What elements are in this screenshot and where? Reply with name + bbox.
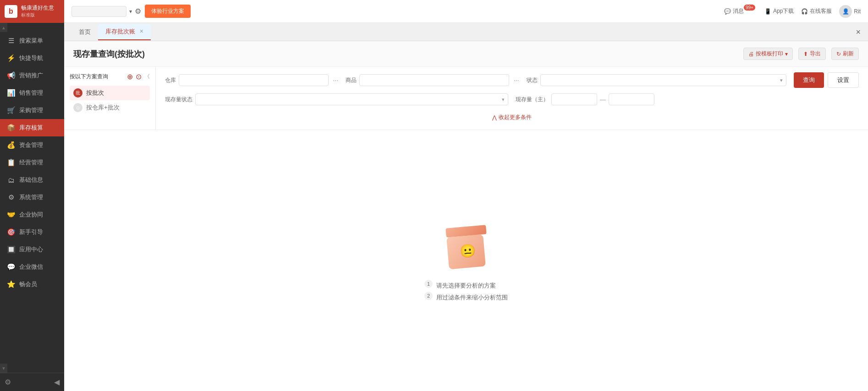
sidebar-item-sales[interactable]: 📊 销售管理 xyxy=(0,84,64,102)
sidebar-item-enterprise[interactable]: 🤝 企业协同 xyxy=(0,206,64,223)
collapse-sidebar-icon[interactable]: ◀ xyxy=(54,378,60,386)
filter-warehouse-group: 仓库 ··· xyxy=(165,74,338,86)
app-edition: 标准版 xyxy=(21,12,54,18)
topbar-gear-icon[interactable]: ⚙ xyxy=(135,7,141,16)
topbar: ▾ ⚙ 体验行业方案 💬 消息 99+ 📱 App下载 🎧 在线客服 👤 Rit xyxy=(64,0,868,23)
page-header: 现存量查询(按批次) 🖨 按模板打印 ▾ ⬆ 导出 ↻ 刷新 xyxy=(64,41,868,67)
filter-row-1: 仓库 ··· 商品 ··· 状态 xyxy=(165,72,859,88)
filter-actions: 查询 设置 xyxy=(794,72,859,88)
online-service-action[interactable]: 🎧 在线客服 xyxy=(801,7,832,15)
content: 首页 库存批次账 × × 现存量查询(按批次) 🖨 按模板打印 ▾ xyxy=(64,23,868,391)
sidebar-item-member[interactable]: ⭐ 畅会员 xyxy=(0,276,64,293)
operations-nav-icon: 📋 xyxy=(6,158,16,167)
empty-tip-2: 2 用过滤条件来缩小分析范围 xyxy=(424,292,508,304)
empty-illustration: 😐 xyxy=(439,217,494,272)
plan-settings-icon[interactable]: ⊙ xyxy=(136,72,142,81)
sidebar-item-newbie[interactable]: 🎯 新手引导 xyxy=(0,223,64,241)
stock-qty-max-input[interactable] xyxy=(609,93,654,105)
warehouse-filter-input[interactable] xyxy=(179,74,329,86)
sidebar: b 畅康通好生意 标准版 ▲ ☰ 搜索菜单 ⚡ 快捷导航 📢 营销推广 📊 销售… xyxy=(0,0,64,391)
product-filter-label: 商品 xyxy=(346,76,357,84)
sidebar-item-wechat[interactable]: 💬 企业微信 xyxy=(0,258,64,276)
plan-item-batch[interactable]: 批 按批次 xyxy=(70,86,150,100)
stock-status-select-wrapper: ▾ xyxy=(195,93,508,105)
print-icon: 🖨 xyxy=(748,51,754,57)
query-button[interactable]: 查询 xyxy=(794,72,824,88)
collapse-more[interactable]: ⋀ 收起更多条件 xyxy=(165,111,859,124)
filter-product-group: 商品 ··· xyxy=(346,74,519,86)
collapse-more-label: 收起更多条件 xyxy=(499,114,532,121)
sidebar-item-appstore-label: 应用中心 xyxy=(19,245,43,254)
quick-nav-icon: ⚡ xyxy=(6,54,16,62)
stock-qty-dash: — xyxy=(600,96,606,103)
product-filter-more-icon[interactable]: ··· xyxy=(514,76,519,84)
sidebar-item-system[interactable]: ⚙ 系统管理 xyxy=(0,189,64,206)
sidebar-item-purchase[interactable]: 🛒 采购管理 xyxy=(0,102,64,119)
topbar-search-input[interactable] xyxy=(71,6,126,17)
empty-face-icon: 😐 xyxy=(459,243,476,259)
app-download-action[interactable]: 📱 App下载 xyxy=(764,7,794,15)
tab-close-right-icon[interactable]: × xyxy=(856,27,861,37)
export-button[interactable]: ⬆ 导出 xyxy=(798,48,826,60)
sidebar-item-quick[interactable]: ⚡ 快捷导航 xyxy=(0,49,64,67)
search-nav-icon: ☰ xyxy=(6,37,16,45)
sidebar-item-operations-label: 经营管理 xyxy=(19,158,43,167)
status-filter-select[interactable] xyxy=(540,74,786,86)
plan-collapse-icon[interactable]: 《 xyxy=(144,73,150,81)
message-action[interactable]: 💬 消息 99+ xyxy=(724,7,757,15)
plan-item-warehouse-batch-label: 按仓库+批次 xyxy=(86,103,120,112)
sidebar-item-enterprise-label: 企业协同 xyxy=(19,211,43,219)
product-filter-input[interactable] xyxy=(359,74,509,86)
refresh-icon: ↻ xyxy=(836,51,841,57)
trial-button[interactable]: 体验行业方案 xyxy=(145,5,191,18)
page-title: 现存量查询(按批次) xyxy=(73,49,145,60)
sidebar-item-finance[interactable]: 💰 资金管理 xyxy=(0,136,64,154)
newbie-nav-icon: 🎯 xyxy=(6,228,16,236)
refresh-button[interactable]: ↻ 刷新 xyxy=(831,48,859,60)
sidebar-item-sales-label: 销售管理 xyxy=(19,89,43,97)
warehouse-filter-more-icon[interactable]: ··· xyxy=(333,76,339,84)
plan-item-batch-label: 按批次 xyxy=(86,89,104,97)
tabbar: 首页 库存批次账 × × xyxy=(64,23,868,41)
sidebar-item-basic[interactable]: 🗂 基础信息 xyxy=(0,171,64,189)
sidebar-item-search[interactable]: ☰ 搜索菜单 xyxy=(0,32,64,49)
filter-stock-qty-group: 现存量（主） — xyxy=(516,93,859,105)
settings-footer-icon[interactable]: ⚙ xyxy=(5,378,11,386)
template-print-button[interactable]: 🖨 按模板打印 ▾ xyxy=(743,48,793,60)
plan-panel-title: 按以下方案查询 xyxy=(70,73,108,81)
sidebar-item-operations[interactable]: 📋 经营管理 xyxy=(0,154,64,171)
topbar-right: 💬 消息 99+ 📱 App下载 🎧 在线客服 👤 Rit xyxy=(724,5,861,18)
app-download-label: App下载 xyxy=(773,7,794,15)
empty-tip-2-text: 用过滤条件来缩小分析范围 xyxy=(436,292,508,304)
sidebar-item-purchase-label: 采购管理 xyxy=(19,106,43,114)
plan-item-warehouse-batch[interactable]: ⊙ 按仓库+批次 xyxy=(70,100,150,115)
sidebar-item-marketing[interactable]: 📢 营销推广 xyxy=(0,67,64,84)
stock-qty-min-input[interactable] xyxy=(551,93,597,105)
page-content: 现存量查询(按批次) 🖨 按模板打印 ▾ ⬆ 导出 ↻ 刷新 xyxy=(64,41,868,391)
settings-button[interactable]: 设置 xyxy=(828,72,859,88)
app-logo: b xyxy=(5,5,17,18)
status-filter-label: 状态 xyxy=(527,76,538,84)
sidebar-scroll-up[interactable]: ▲ xyxy=(0,23,7,32)
tab-home[interactable]: 首页 xyxy=(71,24,98,40)
tip-num-2: 2 xyxy=(424,292,433,300)
sidebar-scroll-down[interactable]: ▼ xyxy=(0,364,7,373)
plan-add-icon[interactable]: ⊕ xyxy=(127,72,133,81)
template-print-dropdown-icon[interactable]: ▾ xyxy=(785,51,788,57)
sidebar-item-inventory[interactable]: 📦 库存核算 xyxy=(0,119,64,136)
topbar-dropdown-icon[interactable]: ▾ xyxy=(129,8,132,15)
sidebar-item-inventory-label: 库存核算 xyxy=(19,124,43,132)
member-nav-icon: ⭐ xyxy=(6,280,16,288)
tab-batch-close-icon[interactable]: × xyxy=(140,27,143,35)
sidebar-item-appstore[interactable]: 🔲 应用中心 xyxy=(0,241,64,258)
user-avatar-area[interactable]: 👤 Rit xyxy=(839,5,861,18)
export-label: 导出 xyxy=(810,50,821,58)
topbar-left: ▾ ⚙ 体验行业方案 xyxy=(71,5,719,18)
sidebar-header: b 畅康通好生意 标准版 xyxy=(0,0,64,23)
sidebar-footer: ⚙ ◀ xyxy=(0,373,64,391)
filter-area: 按以下方案查询 ⊕ ⊙ 《 批 按批次 ⊙ 按仓库+批次 xyxy=(64,67,868,130)
page-header-actions: 🖨 按模板打印 ▾ ⬆ 导出 ↻ 刷新 xyxy=(743,48,859,60)
tab-batch[interactable]: 库存批次账 × xyxy=(98,24,151,40)
headset-icon: 🎧 xyxy=(801,8,808,15)
stock-status-filter-select[interactable] xyxy=(195,93,508,105)
